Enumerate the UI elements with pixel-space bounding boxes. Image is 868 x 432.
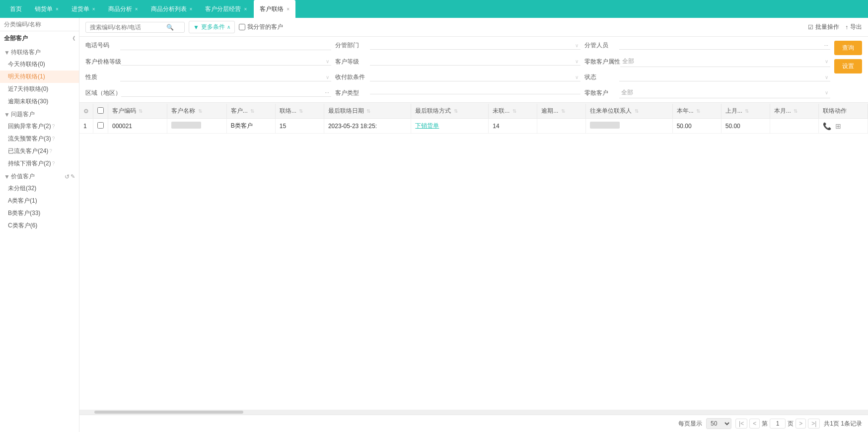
filter-person-field: 分管人员 ···: [584, 41, 830, 50]
sort-icon-type[interactable]: ⇅: [250, 108, 254, 114]
sort-icon-overdue[interactable]: ⇅: [561, 108, 565, 114]
select-all-checkbox[interactable]: [97, 107, 104, 114]
filter-region-field: 区域（地区） ···: [85, 89, 331, 97]
action-phone-icon[interactable]: 📞: [823, 122, 831, 130]
filter-region-select[interactable]: ···: [121, 89, 331, 97]
last-page-button[interactable]: >|: [808, 419, 820, 429]
filter-scattered-customer-field: 零散客户 全部 ∨: [584, 87, 830, 98]
row-checkbox-cell[interactable]: [93, 119, 108, 134]
help-icon-1: ?: [52, 124, 55, 129]
value-group-refresh-icon[interactable]: ↺: [65, 173, 70, 180]
top-navigation: 首页 销货单 × 进货单 × 商品分析 × 商品分析列表 × 客户分层经营 × …: [0, 0, 868, 18]
search-icon[interactable]: 🔍: [166, 24, 174, 31]
filter-price-level-select[interactable]: ∨: [121, 58, 331, 66]
prev-page-button[interactable]: <: [749, 419, 760, 429]
scrollbar-thumb[interactable]: [94, 411, 243, 414]
col-customer-name: 客户名称 ⇅: [167, 104, 226, 119]
table-settings-col[interactable]: ⚙: [79, 104, 93, 119]
next-page-button[interactable]: >: [796, 419, 806, 429]
sort-icon-this-month[interactable]: ⇅: [794, 108, 797, 114]
status-arrow-icon: ∨: [825, 74, 828, 80]
my-customers-checkbox[interactable]: [239, 24, 245, 30]
sort-icon-year[interactable]: ⇅: [696, 108, 700, 114]
filter-customer-type-select[interactable]: [370, 92, 581, 94]
person-select-more-icon[interactable]: ···: [824, 43, 828, 48]
row-last-month: 50.00: [721, 119, 770, 134]
action-grid-icon[interactable]: ⊞: [835, 122, 841, 130]
scattered-attr-arrow-icon: ∨: [825, 59, 828, 64]
nav-product-analysis-list[interactable]: 商品分析列表 ×: [145, 0, 199, 18]
filter-scattered-attr-select[interactable]: 全部 ∨: [620, 56, 830, 67]
horizontal-scrollbar[interactable]: [79, 410, 868, 415]
close-purchase-order-icon[interactable]: ×: [92, 6, 95, 12]
page-input[interactable]: [770, 419, 786, 429]
sidebar-declining[interactable]: 持续下滑客户(2) ?: [0, 157, 79, 170]
filter-payment-select[interactable]: ∨: [370, 73, 581, 81]
close-customer-stratified-icon[interactable]: ×: [244, 6, 247, 12]
sort-icon-unit[interactable]: ⇅: [635, 108, 639, 114]
col-last-contact-method: 最后联络方式 ⇅: [411, 104, 489, 119]
filter-scattered-customer-select[interactable]: 全部 ∨: [619, 87, 830, 98]
sidebar-overdue-pending[interactable]: 逾期未联络(30): [0, 95, 79, 108]
filter-person-select[interactable]: ···: [619, 42, 830, 50]
col-this-month: 本月... ⇅: [770, 104, 818, 119]
row-checkbox[interactable]: [97, 122, 104, 129]
table-checkbox-col[interactable]: [93, 104, 108, 119]
row-customer-name: [167, 119, 226, 134]
settings-button[interactable]: 设置: [834, 59, 862, 73]
value-group-edit-icon[interactable]: ✎: [71, 173, 75, 180]
page-suffix: 页: [788, 420, 794, 428]
nav-home[interactable]: 首页: [4, 0, 28, 18]
sidebar-today-pending[interactable]: 今天待联络(0): [0, 58, 79, 71]
sidebar-unclassified[interactable]: 未分组(32): [0, 182, 79, 195]
col-contact-count: 联络... ⇅: [275, 104, 324, 119]
sort-icon-method[interactable]: ⇅: [454, 108, 458, 114]
sort-icon-last-month[interactable]: ⇅: [745, 108, 749, 114]
sidebar-repurchase-abnormal[interactable]: 回购异常客户(2) ?: [0, 120, 79, 133]
close-sales-order-icon[interactable]: ×: [56, 6, 59, 12]
sort-icon-date[interactable]: ⇅: [366, 108, 370, 114]
sort-icon-contact[interactable]: ⇅: [299, 108, 303, 114]
more-filters-button[interactable]: ▼ 更多条件 ∧: [189, 21, 235, 33]
sidebar-search-input[interactable]: [4, 21, 78, 28]
sidebar-class-a[interactable]: A类客户(1): [0, 195, 79, 207]
sidebar-tomorrow-pending[interactable]: 明天待联络(1): [0, 71, 79, 83]
sidebar-class-c[interactable]: C类客户(6): [0, 219, 79, 232]
close-customer-contact-icon[interactable]: ×: [287, 6, 289, 12]
filter-dept-select[interactable]: ∨: [370, 42, 581, 50]
pending-contact-group[interactable]: ▼ 待联络客户: [0, 46, 79, 58]
all-customers-header[interactable]: 全部客户 《: [0, 31, 79, 46]
sort-icon-name[interactable]: ⇅: [198, 108, 202, 114]
first-page-button[interactable]: |<: [735, 419, 747, 429]
nav-sales-order[interactable]: 销货单 ×: [29, 0, 65, 18]
filter-phone-input[interactable]: [120, 41, 331, 50]
nav-customer-stratified[interactable]: 客户分层经营 ×: [199, 0, 253, 18]
nav-product-analysis[interactable]: 商品分析 ×: [102, 0, 144, 18]
filter-customer-level-select[interactable]: ∨: [370, 58, 581, 66]
problem-customers-group[interactable]: ▼ 问题客户: [0, 108, 79, 120]
page-label: 第: [762, 420, 768, 428]
row-contact-count: 15: [275, 119, 324, 134]
batch-operations-button[interactable]: ☑ 批量操作: [808, 23, 839, 31]
nav-customer-contact[interactable]: 客户联络 ×: [254, 0, 295, 18]
help-icon-2: ?: [52, 136, 55, 142]
region-select-more-icon[interactable]: ···: [325, 90, 329, 95]
query-button[interactable]: 查询: [834, 41, 862, 55]
sort-icon-no-contact[interactable]: ⇅: [512, 108, 516, 114]
contact-method-link[interactable]: 下销货单: [415, 122, 439, 129]
my-customers-checkbox-container[interactable]: 我分管的客户: [239, 23, 283, 31]
per-page-select[interactable]: 50 100 200: [706, 418, 731, 429]
sidebar-7days-pending[interactable]: 近7天待联络(0): [0, 83, 79, 95]
close-product-analysis-icon[interactable]: ×: [135, 6, 138, 12]
sidebar-churn-warning[interactable]: 流失预警客户(3) ?: [0, 133, 79, 145]
filter-nature-select[interactable]: ∨: [120, 73, 331, 81]
nav-purchase-order[interactable]: 进货单 ×: [66, 0, 101, 18]
export-button[interactable]: ↑ 导出: [845, 23, 862, 31]
sidebar-class-b[interactable]: B类客户(33): [0, 207, 79, 219]
filter-status-select[interactable]: ∨: [619, 73, 830, 81]
value-customers-group[interactable]: ▼ 价值客户 ↺ ✎: [0, 170, 79, 182]
sidebar-churned[interactable]: 已流失客户(24) ?: [0, 145, 79, 157]
close-product-analysis-list-icon[interactable]: ×: [190, 6, 193, 12]
sort-icon-code[interactable]: ⇅: [139, 108, 143, 114]
search-input[interactable]: [90, 24, 164, 31]
